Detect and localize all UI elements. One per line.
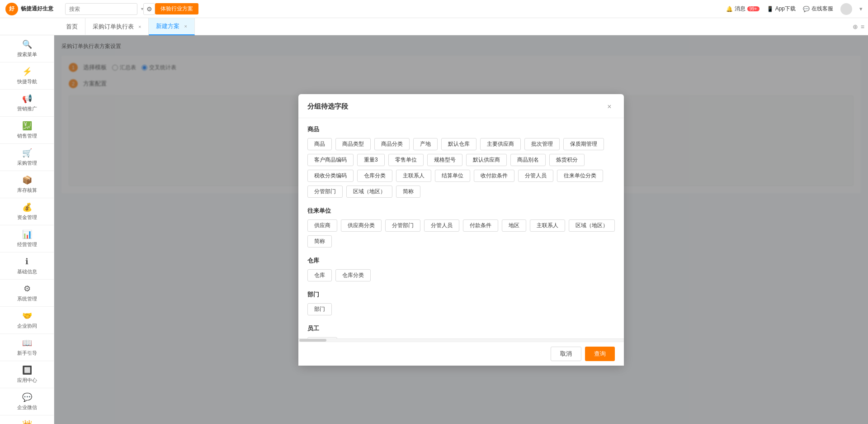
field-tag-default-warehouse[interactable]: 默认仓库 <box>441 138 476 150</box>
field-tag-warehouse-cat[interactable]: 仓库分类 <box>335 269 371 281</box>
field-tag-origin[interactable]: 产地 <box>413 138 438 150</box>
field-tag-supplier[interactable]: 供应商 <box>307 219 337 232</box>
field-tag-customer-code[interactable]: 客户商品编码 <box>307 154 354 166</box>
sidebar-basic-info-label: 基础信息 <box>17 268 37 275</box>
online-service-item[interactable]: 💬 在线客服 <box>803 5 833 13</box>
notification-badge: 99+ <box>747 6 760 11</box>
field-tag-retail-unit[interactable]: 零售单位 <box>388 154 424 166</box>
tab-expand-icon[interactable]: ⊕ <box>853 23 858 30</box>
field-tag-person-partner[interactable]: 分管人员 <box>424 219 459 232</box>
field-tag-tax-code[interactable]: 税收分类编码 <box>307 170 354 182</box>
section-warehouse-title: 仓库 <box>307 257 615 265</box>
logo-text: 畅捷通好生意 <box>21 5 53 13</box>
modal-horizontal-scrollbar[interactable] <box>298 338 624 342</box>
quicknav-icon: ⚡ <box>22 67 32 76</box>
field-tag-main-contact-partner[interactable]: 主联系人 <box>530 219 565 232</box>
field-tag-region-goods[interactable]: 区域（地区） <box>346 186 392 198</box>
field-tag-settlement-unit[interactable]: 结算单位 <box>435 170 470 182</box>
tab-purchase-order[interactable]: 采购订单执行表 × <box>85 18 149 35</box>
sidebar-item-wechat[interactable]: 💬 企业微信 <box>0 388 54 415</box>
section-warehouse: 仓库 仓库 仓库分类 <box>307 257 615 281</box>
sidebar-item-purchase[interactable]: 🛒 采购管理 <box>0 144 54 171</box>
search-input[interactable] <box>65 3 137 15</box>
field-tag-main-contact[interactable]: 主联系人 <box>396 170 431 182</box>
field-tag-goods-category[interactable]: 商品分类 <box>374 138 410 150</box>
service-icon: 💬 <box>803 6 810 12</box>
sidebar-item-quicknav[interactable]: ⚡ 快捷导航 <box>0 62 54 90</box>
modal-footer: 取消 查询 <box>298 342 624 366</box>
field-tag-goods-type[interactable]: 商品类型 <box>335 138 371 150</box>
field-tag-supplier-category[interactable]: 供应商分类 <box>341 219 382 232</box>
sidebar-item-search[interactable]: 🔍 搜索菜单 <box>0 35 54 62</box>
field-tag-default-supplier[interactable]: 默认供应商 <box>466 154 507 166</box>
tab-purchase-order-close[interactable]: × <box>138 24 141 29</box>
field-tag-spec-model[interactable]: 规格型号 <box>427 154 462 166</box>
field-tag-short-name-goods[interactable]: 简称 <box>396 186 420 198</box>
field-tag-main-supplier[interactable]: 主要供应商 <box>480 138 521 150</box>
gear-button[interactable]: ⚙ <box>143 3 155 15</box>
sidebar-purchase-label: 采购管理 <box>17 160 37 167</box>
sidebar-item-app-center[interactable]: 🔲 应用中心 <box>0 361 54 388</box>
sidebar-item-marketing[interactable]: 📢 营销推广 <box>0 90 54 117</box>
field-tag-shelf-life[interactable]: 保质期管理 <box>563 138 604 150</box>
sidebar-item-system[interactable]: ⚙ 系统管理 <box>0 280 54 307</box>
notification-item[interactable]: 🔔 消息 99+ <box>726 5 760 13</box>
field-tag-weight[interactable]: 重量3 <box>357 154 385 166</box>
app-download-item[interactable]: 📱 App下载 <box>767 5 796 13</box>
header-search-area: ▾ <box>65 3 143 15</box>
tab-more-icon[interactable]: ≡ <box>861 23 864 30</box>
field-tag-payment-terms[interactable]: 收付款条件 <box>474 170 514 182</box>
field-tag-goods-alias[interactable]: 商品别名 <box>510 154 546 166</box>
sidebar-app-center-label: 应用中心 <box>17 377 37 384</box>
section-dept-title: 部门 <box>307 291 615 299</box>
sidebar-item-operations[interactable]: 📊 经营管理 <box>0 225 54 252</box>
search-icon: 🔍 <box>22 39 32 49</box>
tab-home[interactable]: 首页 <box>59 18 85 35</box>
online-service-label: 在线客服 <box>811 5 833 13</box>
field-tag-dept-partner[interactable]: 分管部门 <box>385 219 420 232</box>
field-tag-supervisor[interactable]: 分管人员 <box>518 170 553 182</box>
field-tag-dept[interactable]: 部门 <box>307 303 332 315</box>
sidebar-item-collaboration[interactable]: 🤝 企业协同 <box>0 307 54 334</box>
section-partner-tags: 供应商 供应商分类 分管部门 分管人员 付款条件 地区 主联系人 区域（地区） … <box>307 219 615 248</box>
field-tag-goods[interactable]: 商品 <box>307 138 332 150</box>
sidebar-item-guide[interactable]: 📖 新手引导 <box>0 334 54 361</box>
field-tag-refine-points[interactable]: 炼货积分 <box>549 154 585 166</box>
modal-overlay: 分组待选字段 × 商品 商品 商品类型 商品分类 产地 默认仓库 主要供应商 批… <box>54 35 868 424</box>
field-tag-short-name-partner[interactable]: 简称 <box>307 235 332 248</box>
modal-close-button[interactable]: × <box>604 101 615 112</box>
sidebar-collaboration-label: 企业协同 <box>17 323 37 329</box>
section-goods-tags: 商品 商品类型 商品分类 产地 默认仓库 主要供应商 批次管理 保质期管理 客户… <box>307 138 615 198</box>
field-tag-district[interactable]: 地区 <box>502 219 526 232</box>
sidebar-wechat-label: 企业微信 <box>17 404 37 411</box>
app-download-label: App下载 <box>775 5 796 13</box>
cancel-button[interactable]: 取消 <box>551 347 581 361</box>
logo-area: 好 畅捷通好生意 <box>5 3 60 15</box>
sidebar-item-inventory[interactable]: 📦 库存核算 <box>0 171 54 198</box>
field-tag-warehouse-category[interactable]: 仓库分类 <box>357 170 392 182</box>
sidebar-item-basic-info[interactable]: ℹ 基础信息 <box>0 252 54 280</box>
field-tag-partner-category[interactable]: 往来单位分类 <box>557 170 603 182</box>
field-tag-payment-cond[interactable]: 付款条件 <box>463 219 498 232</box>
field-tag-warehouse[interactable]: 仓库 <box>307 269 332 281</box>
modal-header: 分组待选字段 × <box>298 94 624 118</box>
field-tag-batch-mgmt[interactable]: 批次管理 <box>524 138 560 150</box>
tab-new-plan[interactable]: 新建方案 × <box>149 18 194 35</box>
tab-new-plan-close[interactable]: × <box>184 24 187 29</box>
tab-bar-actions: ⊕ ≡ <box>853 23 868 30</box>
sidebar-item-sales[interactable]: 💹 销售管理 <box>0 117 54 144</box>
tab-new-plan-label: 新建方案 <box>156 22 179 30</box>
field-tag-region-partner[interactable]: 区域（地区） <box>569 219 615 232</box>
sidebar-item-finance[interactable]: 💰 资金管理 <box>0 198 54 225</box>
field-tag-supervisor-dept[interactable]: 分管部门 <box>307 186 343 198</box>
guide-icon: 📖 <box>22 338 32 348</box>
sidebar-item-member[interactable]: 👑 畅会员 <box>0 415 54 424</box>
tab-home-label: 首页 <box>66 23 78 31</box>
confirm-button[interactable]: 查询 <box>585 347 615 361</box>
experience-button[interactable]: 体验行业方案 <box>155 3 198 14</box>
basic-info-icon: ℹ <box>25 257 28 267</box>
user-dropdown-icon[interactable]: ▾ <box>859 5 863 12</box>
user-avatar[interactable] <box>840 3 852 15</box>
section-partner-title: 往来单位 <box>307 207 615 215</box>
modal-body: 商品 商品 商品类型 商品分类 产地 默认仓库 主要供应商 批次管理 保质期管理… <box>298 118 624 338</box>
